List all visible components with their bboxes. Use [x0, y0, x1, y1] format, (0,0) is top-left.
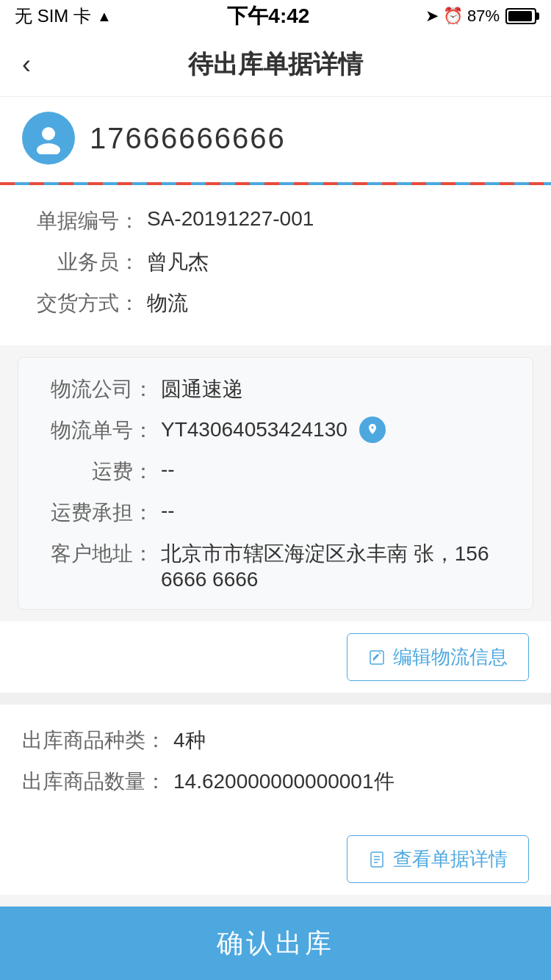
- goods-types-row: 出库商品种类： 4种: [22, 727, 529, 754]
- svg-point-1: [37, 143, 60, 154]
- salesman-value: 曾凡杰: [140, 248, 529, 276]
- edit-icon: [368, 649, 386, 666]
- salesman-label: 业务员：: [22, 248, 140, 276]
- freight-row: 运费： --: [36, 458, 515, 486]
- confirm-button-bar[interactable]: 确认出库: [0, 907, 551, 980]
- goods-quantity-label: 出库商品数量：: [22, 768, 166, 796]
- logistics-company-row: 物流公司： 圆通速递: [36, 375, 515, 403]
- document-icon: [368, 851, 386, 868]
- map-pin-icon: [365, 422, 380, 437]
- page-title: 待出库单据详情: [188, 48, 363, 82]
- document-number-value: SA-20191227-001: [140, 207, 529, 231]
- confirm-button-label: 确认出库: [217, 926, 334, 962]
- salesman-row: 业务员： 曾凡杰: [22, 248, 529, 276]
- edit-logistics-button[interactable]: 编辑物流信息: [347, 633, 529, 681]
- battery-icon: [505, 8, 536, 24]
- logistics-tracking-value-row: YT43064053424130: [154, 417, 515, 443]
- battery-text: 87%: [467, 7, 500, 26]
- freight-bearer-label: 运费承担：: [36, 499, 154, 527]
- carrier-text: 无 SIM 卡: [15, 4, 91, 28]
- goods-quantity-value: 14.620000000000001件: [166, 768, 529, 796]
- status-time: 下午4:42: [227, 2, 309, 30]
- freight-label: 运费：: [36, 458, 154, 486]
- nav-bar: ‹ 待出库单据详情: [0, 32, 551, 97]
- delivery-label: 交货方式：: [22, 289, 140, 317]
- edit-btn-row: 编辑物流信息: [0, 621, 551, 693]
- address-value: 北京市市辖区海淀区永丰南 张，156 6666 6666: [154, 540, 515, 591]
- view-details-label: 查看单据详情: [393, 846, 508, 872]
- freight-bearer-value: --: [154, 499, 515, 522]
- document-number-row: 单据编号： SA-20191227-001: [22, 207, 529, 235]
- goods-types-label: 出库商品种类：: [22, 727, 166, 754]
- view-details-button[interactable]: 查看单据详情: [347, 835, 529, 883]
- status-right: ➤ ⏰ 87%: [425, 7, 536, 26]
- document-number-label: 单据编号：: [22, 207, 140, 235]
- user-icon: [32, 122, 65, 154]
- document-info-section: 单据编号： SA-20191227-001 业务员： 曾凡杰 交货方式： 物流: [0, 185, 551, 345]
- customer-header: 17666666666: [0, 97, 551, 179]
- wifi-icon: ▲: [97, 8, 112, 25]
- logistics-company-value: 圆通速递: [154, 375, 515, 403]
- section-divider: [0, 693, 551, 705]
- svg-point-0: [42, 127, 55, 140]
- back-button[interactable]: ‹: [22, 49, 31, 80]
- edit-logistics-label: 编辑物流信息: [393, 644, 508, 670]
- location-button[interactable]: [359, 417, 386, 443]
- logistics-tracking-label: 物流单号：: [36, 417, 154, 444]
- logistics-tracking-row: 物流单号： YT43064053424130: [36, 417, 515, 444]
- logistics-company-label: 物流公司：: [36, 375, 154, 403]
- delivery-row: 交货方式： 物流: [22, 289, 529, 317]
- freight-value: --: [154, 458, 515, 481]
- freight-bearer-row: 运费承担： --: [36, 499, 515, 527]
- avatar: [22, 112, 75, 165]
- status-left: 无 SIM 卡 ▲: [15, 4, 112, 28]
- goods-types-value: 4种: [166, 727, 529, 754]
- details-btn-row: 查看单据详情: [0, 824, 551, 895]
- dashed-divider: [0, 179, 551, 185]
- goods-section: 出库商品种类： 4种 出库商品数量： 14.620000000000001件: [0, 705, 551, 824]
- logistics-box: 物流公司： 圆通速递 物流单号： YT43064053424130 运费： --…: [18, 357, 533, 610]
- status-bar: 无 SIM 卡 ▲ 下午4:42 ➤ ⏰ 87%: [0, 0, 551, 32]
- alarm-icon: ⏰: [443, 7, 463, 26]
- customer-phone: 17666666666: [90, 122, 286, 155]
- location-service-icon: ➤: [425, 7, 439, 26]
- address-label: 客户地址：: [36, 540, 154, 568]
- logistics-tracking-value: YT43064053424130: [161, 418, 347, 442]
- delivery-value: 物流: [140, 289, 529, 317]
- address-row: 客户地址： 北京市市辖区海淀区永丰南 张，156 6666 6666: [36, 540, 515, 591]
- goods-quantity-row: 出库商品数量： 14.620000000000001件: [22, 768, 529, 796]
